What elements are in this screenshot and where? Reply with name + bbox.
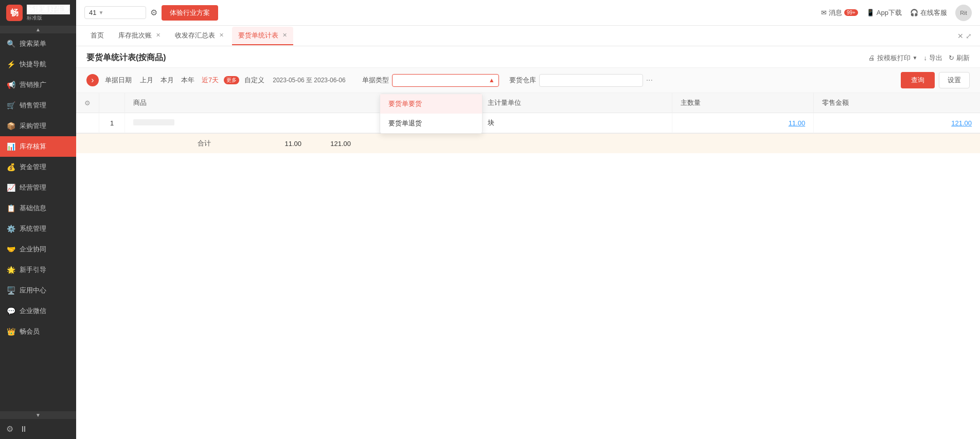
sidebar-item-finance[interactable]: 💰 资金管理 xyxy=(0,157,76,177)
date-filter-label: 单据日期 xyxy=(105,76,132,85)
sidebar-item-vip[interactable]: 👑 畅会员 xyxy=(0,321,76,342)
export-icon: ↓ xyxy=(924,54,928,62)
filter-expand-button[interactable]: › xyxy=(86,74,99,86)
purchase-icon: 📦 xyxy=(6,122,15,130)
sales-icon: 🛒 xyxy=(6,101,15,109)
footer-amount: 121.00 xyxy=(310,140,351,148)
messages-badge: 99+ xyxy=(844,9,858,16)
vip-icon: 👑 xyxy=(6,327,15,336)
online-service-icon: 🎧 xyxy=(910,9,918,16)
app-download-icon: 📱 xyxy=(866,9,875,16)
enterprise-wechat-icon: 💬 xyxy=(6,307,15,315)
type-select-input[interactable] xyxy=(392,74,499,87)
topbar-settings-icon[interactable]: ⚙ xyxy=(150,8,157,17)
tab-receive-send-summary[interactable]: 收发存汇总表 ✕ xyxy=(169,27,230,45)
filter-more-button[interactable]: ··· xyxy=(646,76,653,85)
marketing-icon: 📢 xyxy=(6,81,15,89)
sidebar-item-search[interactable]: 🔍 搜索菜单 xyxy=(0,33,76,54)
tab-bar: 首页 库存批次账 ✕ 收发存汇总表 ✕ 要货单统计表 ✕ ✕ ⤢ xyxy=(76,26,980,46)
td-empty xyxy=(76,113,99,133)
bottom-settings-icon[interactable]: ⚙ xyxy=(6,424,13,434)
inventory-icon: 📊 xyxy=(6,142,15,151)
table-row: 1 块 11.00 121.00 xyxy=(76,113,980,133)
sidebar: 畅 畅捷通好生意 标准版 ▲ 🔍 搜索菜单 ⚡ 快捷导航 📢 营销推广 🛒 销售… xyxy=(0,0,76,439)
td-quantity[interactable]: 11.00 xyxy=(672,113,813,133)
tab-close-receive-send-summary[interactable]: ✕ xyxy=(219,32,224,39)
dropdown-item-order-goods[interactable]: 要货单要货 xyxy=(380,94,482,114)
tabs-close-all-icon[interactable]: ✕ xyxy=(957,32,964,40)
col-settings-icon: ⚙ xyxy=(84,99,91,107)
app-logo-icon: 畅 xyxy=(6,5,23,21)
sidebar-item-system[interactable]: ⚙️ 系统管理 xyxy=(0,218,76,239)
cooperation-icon: 🤝 xyxy=(6,245,15,253)
sidebar-nav: 🔍 搜索菜单 ⚡ 快捷导航 📢 营销推广 🛒 销售管理 📦 采购管理 📊 库存核… xyxy=(0,33,76,411)
sidebar-item-basic[interactable]: 📋 基础信息 xyxy=(0,198,76,218)
operations-icon: 📈 xyxy=(6,184,15,192)
table-container: ⚙ 商品 主计量单位 主数量 零售金额 1 xyxy=(76,93,980,133)
user-avatar[interactable]: Rit xyxy=(955,5,972,21)
sidebar-item-guide[interactable]: 🌟 新手引导 xyxy=(0,260,76,280)
print-icon: 🖨 xyxy=(868,54,875,62)
search-icon: 🔍 xyxy=(6,40,15,48)
tab-order-summary[interactable]: 要货单统计表 ✕ xyxy=(232,27,293,45)
type-dropdown: 要货单要货 要货单退货 xyxy=(380,94,483,134)
finance-icon: 💰 xyxy=(6,163,15,171)
date-btn-last-7-days[interactable]: 近7天 xyxy=(200,75,221,86)
col-quantity: 主数量 xyxy=(672,93,813,113)
sidebar-scroll-down[interactable]: ▼ xyxy=(0,411,76,419)
dropdown-item-order-return[interactable]: 要货单退货 xyxy=(380,114,482,133)
page-inner: 要货单统计表(按商品) 🖨 按模板打印 ▼ ↓ 导出 ↻ 刷新 xyxy=(76,46,980,439)
warehouse-filter-section: 要货仓库 ··· xyxy=(509,74,653,87)
filter-actions: 查询 设置 xyxy=(901,72,970,88)
refresh-button[interactable]: ↻ 刷新 xyxy=(949,53,970,63)
type-select-wrapper: ▲ xyxy=(392,74,499,87)
date-more-badge[interactable]: 更多 xyxy=(224,76,239,84)
footer-label: 合计 xyxy=(198,139,211,148)
sidebar-bottom: ⚙ ⏸ xyxy=(0,419,76,439)
filter-bar: › 单据日期 上月 本月 本年 近7天 更多 自定义 2023-05-06 至 … xyxy=(76,67,980,93)
tab-home[interactable]: 首页 xyxy=(84,27,110,45)
td-amount[interactable]: 121.00 xyxy=(814,113,980,133)
query-button[interactable]: 查询 xyxy=(901,72,935,88)
sidebar-item-operations[interactable]: 📈 经营管理 xyxy=(0,177,76,198)
td-unit: 块 xyxy=(479,113,672,133)
tab-close-order-summary[interactable]: ✕ xyxy=(282,32,287,39)
sidebar-item-quick-nav[interactable]: ⚡ 快捷导航 xyxy=(0,54,76,75)
store-selector[interactable]: 41 ▼ xyxy=(84,6,146,19)
export-button[interactable]: ↓ 导出 xyxy=(924,53,943,63)
footer-quantity: 11.00 xyxy=(260,140,301,148)
sidebar-item-inventory[interactable]: 📊 库存核算 xyxy=(0,136,76,157)
warehouse-input[interactable] xyxy=(539,74,643,87)
sidebar-item-app-center[interactable]: 🖥️ 应用中心 xyxy=(0,280,76,301)
sidebar-item-cooperation[interactable]: 🤝 企业协同 xyxy=(0,239,76,260)
page-actions: 🖨 按模板打印 ▼ ↓ 导出 ↻ 刷新 xyxy=(868,53,970,63)
sidebar-item-purchase[interactable]: 📦 采购管理 xyxy=(0,116,76,136)
date-btn-last-month[interactable]: 上月 xyxy=(138,75,155,86)
print-button[interactable]: 🖨 按模板打印 ▼ xyxy=(868,53,918,63)
sidebar-logo: 畅 畅捷通好生意 标准版 xyxy=(0,0,76,26)
date-btn-custom[interactable]: 自定义 xyxy=(242,75,266,86)
app-download-button[interactable]: 📱 App下载 xyxy=(866,8,902,17)
date-btn-this-month[interactable]: 本月 xyxy=(158,75,176,86)
settings-button[interactable]: 设置 xyxy=(939,72,970,88)
tab-inventory-batch[interactable]: 库存批次账 ✕ xyxy=(112,27,167,45)
sidebar-scroll-up[interactable]: ▲ xyxy=(0,26,76,33)
sidebar-item-sales[interactable]: 🛒 销售管理 xyxy=(0,95,76,116)
tab-close-inventory-batch[interactable]: ✕ xyxy=(156,32,161,39)
sidebar-item-marketing[interactable]: 📢 营销推广 xyxy=(0,75,76,95)
goods-placeholder xyxy=(133,119,174,125)
date-range-display: 2023-05-06 至 2023-06-06 xyxy=(273,76,345,85)
sidebar-item-enterprise-wechat[interactable]: 💬 企业微信 xyxy=(0,301,76,321)
messages-icon: ✉ xyxy=(821,9,827,16)
tabs-expand-icon[interactable]: ⤢ xyxy=(966,32,972,40)
online-service-button[interactable]: 🎧 在线客服 xyxy=(910,8,947,17)
col-settings[interactable]: ⚙ xyxy=(76,93,99,113)
messages-button[interactable]: ✉ 消息 99+ xyxy=(821,8,858,17)
bottom-collapse-icon[interactable]: ⏸ xyxy=(20,425,28,434)
col-index xyxy=(99,93,125,113)
trial-button[interactable]: 体验行业方案 xyxy=(162,5,218,21)
table-footer: 合计 11.00 121.00 xyxy=(76,133,980,153)
col-unit: 主计量单位 xyxy=(479,93,672,113)
type-filter-label: 单据类型 xyxy=(362,76,389,85)
date-btn-this-year[interactable]: 本年 xyxy=(179,75,197,86)
